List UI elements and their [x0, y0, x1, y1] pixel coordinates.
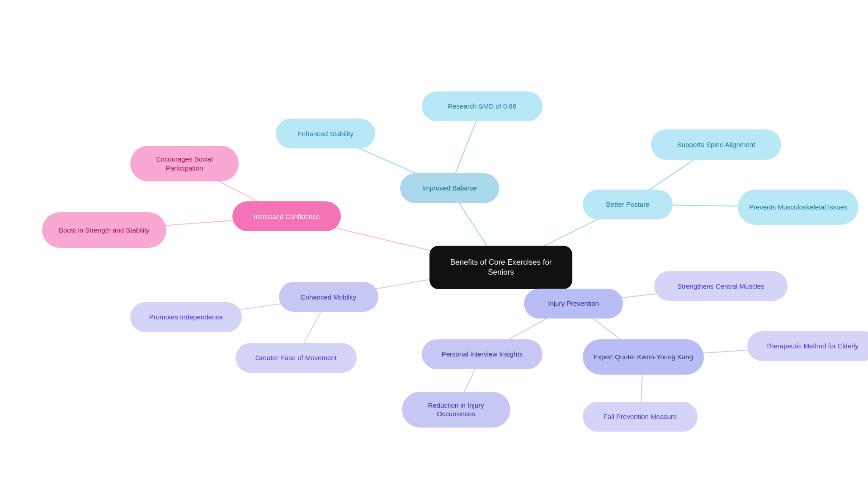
node-boost_strength[interactable]: Boost in Strength and Stability — [42, 212, 166, 247]
node-increased_confidence[interactable]: Increased Confidence — [232, 201, 341, 231]
node-improved_balance[interactable]: Improved Balance — [400, 173, 499, 203]
node-prevents_musculo[interactable]: Prevents Musculoskeletal Issues — [738, 190, 859, 225]
node-encourages_social[interactable]: Encourages Social Participation — [130, 146, 239, 181]
node-enhanced_stability[interactable]: Enhanced Stability — [276, 119, 375, 148]
mindmap-container: Benefits of Core Exercises for SeniorsIm… — [0, 0, 868, 490]
node-therapeutic_method[interactable]: Therapeutic Method for Elderly — [747, 331, 868, 361]
node-injury_prevention[interactable]: Injury Prevention — [524, 289, 623, 319]
node-promotes_independence[interactable]: Promotes Independence — [130, 302, 242, 332]
node-personal_interview[interactable]: Personal Interview Insights — [422, 339, 542, 369]
node-research_smd[interactable]: Research SMD of 0.86 — [422, 91, 542, 121]
node-better_posture[interactable]: Better Posture — [583, 190, 673, 219]
node-reduction_injury[interactable]: Reduction in Injury Occurrences — [402, 392, 510, 427]
node-fall_prevention[interactable]: Fall Prevention Measure — [583, 402, 698, 432]
node-enhanced_mobility[interactable]: Enhanced Mobility — [279, 282, 378, 312]
node-greater_ease[interactable]: Greater Ease of Movement — [236, 343, 356, 373]
node-expert_quote[interactable]: Expert Quote: Kwon-Young Kang — [583, 339, 703, 375]
node-center[interactable]: Benefits of Core Exercises for Seniors — [429, 246, 572, 289]
node-supports_spine[interactable]: Supports Spine Alignment — [651, 129, 781, 159]
node-strengthens_central[interactable]: Strengthens Central Muscles — [654, 271, 788, 301]
